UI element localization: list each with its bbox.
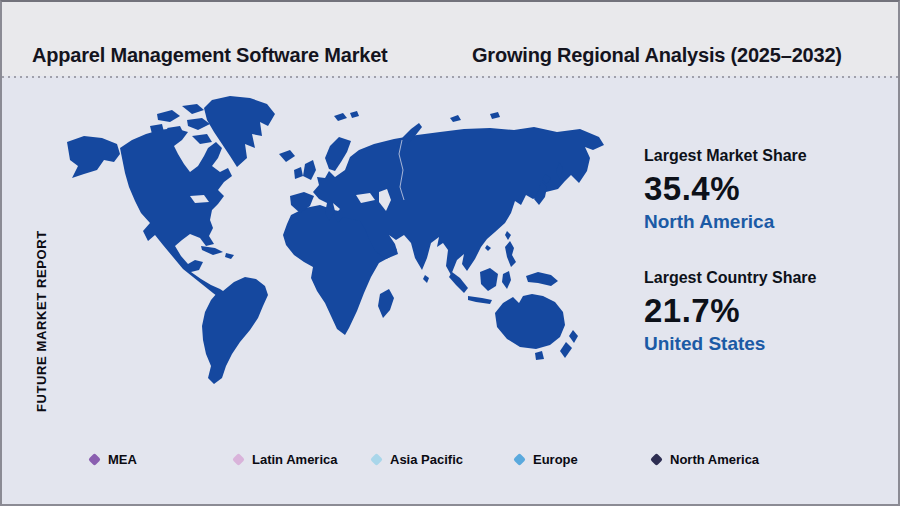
legend-label-asia-pacific: Asia Pacific: [390, 452, 463, 467]
legend-item-north-america: North America: [652, 449, 759, 469]
legend-label-north-america: North America: [670, 452, 759, 467]
country-share-label: Largest Country Share: [644, 269, 816, 287]
market-share-value: 35.4%: [644, 170, 740, 208]
market-share-region: North America: [644, 211, 774, 233]
legend-marker-mea: [88, 453, 101, 466]
page-title: Apparel Management Software Market: [32, 44, 388, 67]
header-band: Apparel Management Software Market Growi…: [2, 2, 898, 76]
legend-marker-europe: [513, 453, 526, 466]
legend-marker-asia-pacific: [370, 453, 383, 466]
market-share-label: Largest Market Share: [644, 147, 807, 165]
legend-label-europe: Europe: [533, 452, 578, 467]
legend-marker-latin-america: [232, 453, 245, 466]
country-share-region: United States: [644, 333, 765, 355]
legend-label-mea: MEA: [108, 452, 137, 467]
dotted-separator: [2, 76, 898, 79]
world-map: [62, 92, 622, 422]
country-share-value: 21.7%: [644, 292, 740, 330]
legend-item-latin-america: Latin America: [234, 449, 338, 469]
continents: [67, 96, 604, 384]
legend-label-latin-america: Latin America: [252, 452, 338, 467]
infographic-frame: Apparel Management Software Market Growi…: [0, 0, 900, 506]
legend-item-europe: Europe: [515, 449, 578, 469]
publisher-watermark: FUTURE MARKET REPORT: [34, 236, 52, 412]
page-title-subtitle: Growing Regional Analysis (2025–2032): [472, 44, 842, 67]
world-map-svg: [62, 92, 622, 422]
legend: MEA Latin America Asia Pacific Europe No…: [2, 449, 898, 471]
legend-marker-north-america: [650, 453, 663, 466]
legend-item-asia-pacific: Asia Pacific: [372, 449, 463, 469]
legend-item-mea: MEA: [90, 449, 137, 469]
